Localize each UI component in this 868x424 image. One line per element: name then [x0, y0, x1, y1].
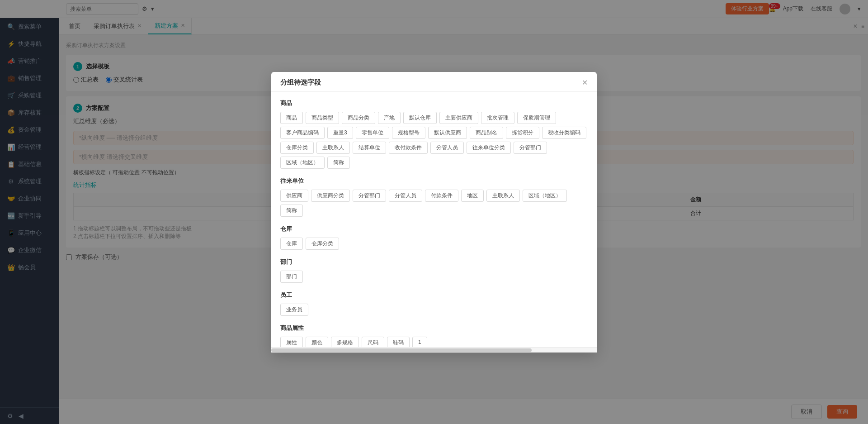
- field-tag[interactable]: 供应商分类: [311, 190, 350, 202]
- field-tag[interactable]: 付款条件: [425, 190, 458, 202]
- field-tag[interactable]: 分管部门: [514, 142, 547, 154]
- field-tag[interactable]: 拣货积分: [506, 127, 539, 139]
- field-section-title-商品属性: 商品属性: [280, 324, 588, 332]
- field-tag[interactable]: 产地: [378, 112, 401, 124]
- field-section-title-员工: 员工: [280, 291, 588, 299]
- field-section-title-仓库: 仓库: [280, 225, 588, 233]
- field-tags-员工: 业务员: [280, 304, 588, 316]
- modal-overlay: 分组待选字段 ✕ 商品商品商品类型商品分类产地默认仓库主要供应商批次管理保质期管…: [0, 0, 868, 424]
- field-section-title-商品: 商品: [280, 99, 588, 107]
- field-tag[interactable]: 仓库分类: [306, 238, 339, 250]
- field-tag[interactable]: 简称: [327, 157, 350, 169]
- field-section-仓库: 仓库仓库仓库分类: [280, 225, 588, 250]
- field-tag[interactable]: 默认供应商: [428, 127, 467, 139]
- field-section-title-部门: 部门: [280, 258, 588, 266]
- field-section-往来单位: 往来单位供应商供应商分类分管部门分管人员付款条件地区主联系人区域（地区）简称: [280, 177, 588, 217]
- field-tags-商品: 商品商品类型商品分类产地默认仓库主要供应商批次管理保质期管理客户商品编码重量3零…: [280, 112, 588, 169]
- field-tag[interactable]: 区域（地区）: [280, 157, 325, 169]
- field-tag[interactable]: 简称: [280, 205, 303, 217]
- field-section-商品: 商品商品商品类型商品分类产地默认仓库主要供应商批次管理保质期管理客户商品编码重量…: [280, 99, 588, 169]
- field-tag[interactable]: 地区: [461, 190, 484, 202]
- field-tag[interactable]: 区域（地区）: [523, 190, 567, 202]
- modal-close-button[interactable]: ✕: [582, 78, 588, 87]
- modal-body[interactable]: 商品商品商品类型商品分类产地默认仓库主要供应商批次管理保质期管理客户商品编码重量…: [271, 92, 597, 347]
- field-tags-仓库: 仓库仓库分类: [280, 238, 588, 250]
- field-tag[interactable]: 颜色: [306, 337, 328, 347]
- field-tag[interactable]: 默认仓库: [403, 112, 437, 124]
- field-tag[interactable]: 分管人员: [389, 190, 422, 202]
- field-tag[interactable]: 分管人员: [430, 142, 464, 154]
- field-tag[interactable]: 多规格: [331, 337, 359, 347]
- field-tag[interactable]: 主要供应商: [439, 112, 478, 124]
- field-tag[interactable]: 尺码: [362, 337, 384, 347]
- field-tag[interactable]: 部门: [280, 271, 303, 283]
- field-tag[interactable]: 业务员: [280, 304, 308, 316]
- field-tag[interactable]: 主联系人: [316, 142, 350, 154]
- field-tag[interactable]: 结算单位: [353, 142, 386, 154]
- field-tag[interactable]: 属性: [280, 337, 303, 347]
- field-tag[interactable]: 往来单位分类: [467, 142, 511, 154]
- field-section-员工: 员工业务员: [280, 291, 588, 316]
- field-tag[interactable]: 规格型号: [392, 127, 425, 139]
- field-tag[interactable]: 保质期管理: [517, 112, 556, 124]
- field-tag[interactable]: 主联系人: [486, 190, 520, 202]
- modal-title: 分组待选字段: [280, 78, 321, 87]
- field-tag[interactable]: 收付款条件: [389, 142, 428, 154]
- modal: 分组待选字段 ✕ 商品商品商品类型商品分类产地默认仓库主要供应商批次管理保质期管…: [271, 72, 597, 353]
- field-tag[interactable]: 分管部门: [353, 190, 386, 202]
- field-tags-往来单位: 供应商供应商分类分管部门分管人员付款条件地区主联系人区域（地区）简称: [280, 190, 588, 217]
- modal-header: 分组待选字段 ✕: [271, 72, 597, 92]
- field-tag[interactable]: 批次管理: [481, 112, 514, 124]
- field-tag[interactable]: 1: [412, 337, 427, 347]
- field-tag[interactable]: 商品分类: [342, 112, 375, 124]
- field-tag[interactable]: 客户商品编码: [280, 127, 325, 139]
- field-tag[interactable]: 供应商: [280, 190, 308, 202]
- field-tag[interactable]: 税收分类编码: [542, 127, 586, 139]
- field-section-部门: 部门部门: [280, 258, 588, 283]
- field-section-商品属性: 商品属性属性颜色多规格尺码鞋码1: [280, 324, 588, 347]
- field-tag[interactable]: 零售单位: [356, 127, 389, 139]
- field-tag[interactable]: 商品类型: [306, 112, 339, 124]
- field-section-title-往来单位: 往来单位: [280, 177, 588, 185]
- field-tag[interactable]: 鞋码: [387, 337, 410, 347]
- field-tag[interactable]: 重量3: [327, 127, 353, 139]
- modal-hscroll[interactable]: [271, 347, 597, 353]
- field-tag[interactable]: 商品别名: [470, 127, 503, 139]
- field-tags-商品属性: 属性颜色多规格尺码鞋码1: [280, 337, 588, 347]
- field-tags-部门: 部门: [280, 271, 588, 283]
- field-tag[interactable]: 商品: [280, 112, 303, 124]
- field-tag[interactable]: 仓库: [280, 238, 303, 250]
- field-tag[interactable]: 仓库分类: [280, 142, 314, 154]
- hscroll-thumb: [271, 348, 532, 352]
